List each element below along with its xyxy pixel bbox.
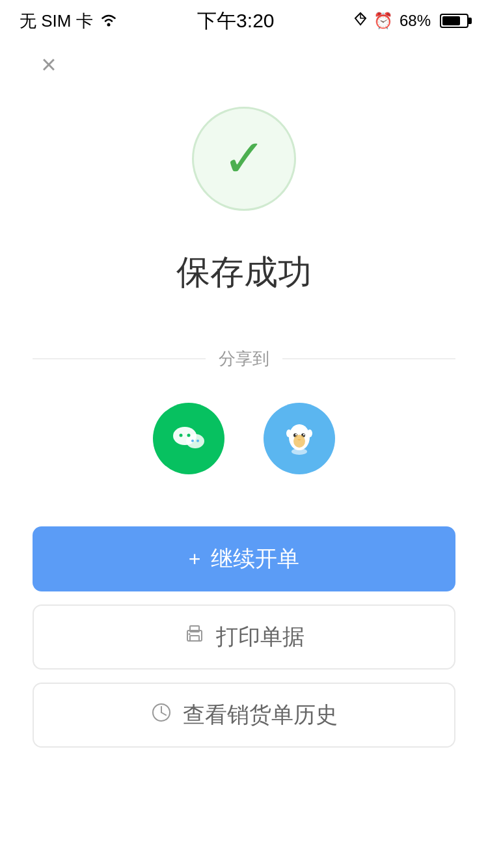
- qq-share-button[interactable]: [264, 403, 335, 474]
- share-label: 分享到: [219, 347, 269, 370]
- alarm-icon: ⏰: [373, 12, 393, 30]
- wechat-share-button[interactable]: [153, 403, 224, 474]
- status-time: 下午3:20: [197, 8, 274, 34]
- battery-text: 68%: [400, 12, 431, 30]
- svg-point-14: [307, 429, 312, 437]
- svg-point-12: [303, 434, 305, 435]
- action-buttons: + 继续开单 打印单据: [33, 526, 455, 748]
- divider-line-left: [33, 359, 206, 359]
- checkmark-icon: ✓: [223, 133, 266, 185]
- divider-line-right: [282, 359, 455, 359]
- close-icon: ×: [41, 51, 56, 77]
- history-button[interactable]: 查看销货单历史: [33, 683, 455, 748]
- clock-icon: [150, 701, 172, 729]
- svg-line-22: [161, 712, 166, 715]
- location-icon: [354, 12, 367, 30]
- svg-point-5: [191, 439, 194, 442]
- status-bar: 无 SIM 卡 下午3:20 ⏰ 68%: [0, 0, 488, 42]
- svg-point-11: [295, 434, 297, 435]
- success-indicator: ✓: [192, 107, 296, 211]
- share-divider: 分享到: [33, 347, 455, 370]
- continue-order-label: 继续开单: [211, 544, 299, 574]
- continue-order-button[interactable]: + 继续开单: [33, 526, 455, 591]
- battery-icon: [440, 14, 468, 28]
- print-button[interactable]: 打印单据: [33, 604, 455, 670]
- print-icon: [183, 624, 206, 650]
- svg-point-6: [197, 439, 199, 442]
- svg-point-8: [291, 448, 307, 455]
- wifi-icon: [100, 11, 118, 31]
- svg-point-19: [189, 633, 191, 635]
- success-title: 保存成功: [176, 250, 312, 295]
- qq-icon: [280, 419, 319, 458]
- close-button[interactable]: ×: [33, 48, 65, 81]
- share-buttons: [153, 403, 335, 474]
- svg-point-4: [187, 433, 190, 437]
- status-carrier: 无 SIM 卡: [20, 10, 118, 33]
- svg-point-3: [179, 433, 182, 437]
- print-label: 打印单据: [216, 622, 305, 652]
- history-label: 查看销货单历史: [183, 700, 338, 730]
- wechat-icon: [168, 418, 210, 460]
- svg-point-0: [107, 23, 110, 26]
- status-right: ⏰ 68%: [354, 12, 468, 30]
- main-content: ✓ 保存成功 分享到: [0, 42, 488, 868]
- svg-point-13: [286, 429, 291, 437]
- svg-point-15: [293, 435, 305, 448]
- svg-rect-18: [190, 636, 199, 641]
- plus-icon: +: [189, 547, 201, 571]
